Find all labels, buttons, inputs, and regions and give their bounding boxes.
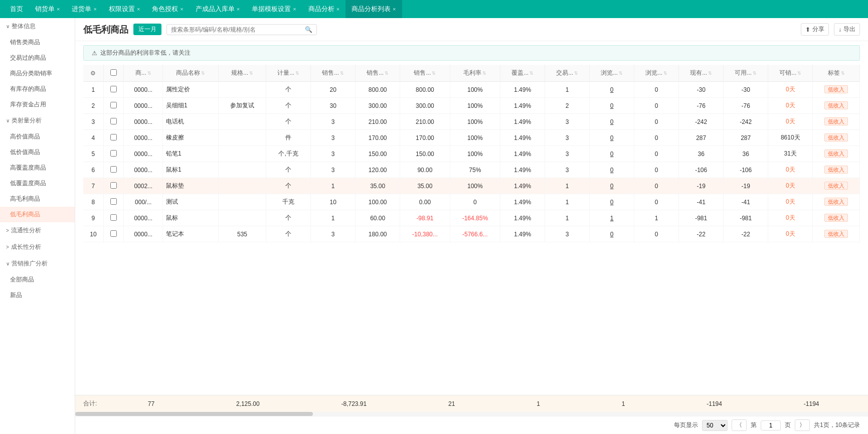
cell-browse1[interactable]: 0 (590, 194, 634, 210)
cell-checkbox[interactable] (103, 98, 124, 114)
th-checkbox[interactable] (103, 65, 124, 82)
sidebar-item-inventory-capital[interactable]: 库存资金占用 (0, 97, 75, 112)
sidebar-item-high-margin[interactable]: 高毛利商品 (0, 191, 75, 207)
time-filter-button[interactable]: 近一月 (133, 24, 161, 35)
th-sales-price[interactable]: 销售...⇅ (356, 65, 400, 82)
nav-close-product-analysis[interactable]: × (336, 6, 339, 12)
cell-browse1[interactable]: 0 (590, 178, 634, 194)
th-trade[interactable]: 交易...⇅ (545, 65, 590, 82)
cell-tag: 低收入 (813, 210, 860, 226)
th-coverage[interactable]: 覆盖...⇅ (500, 65, 545, 82)
th-name[interactable]: 商品名称⇅ (163, 65, 219, 82)
sidebar-item-low-margin[interactable]: 低毛利商品 (0, 207, 75, 222)
nav-close-template[interactable]: × (293, 6, 296, 12)
nav-close-role-auth[interactable]: × (180, 6, 183, 12)
th-code[interactable]: 商...⇅ (124, 65, 163, 82)
th-tag[interactable]: 标签⇅ (813, 65, 860, 82)
row-checkbox[interactable] (110, 166, 117, 173)
cell-browse1[interactable]: 0 (590, 146, 634, 162)
cell-browse1[interactable]: 0 (590, 82, 634, 98)
row-checkbox[interactable] (110, 230, 117, 237)
cell-browse1[interactable]: 0 (590, 162, 634, 178)
nav-close-product-analysis-list[interactable]: × (393, 6, 396, 12)
prev-page-button[interactable]: 〈 (732, 419, 747, 431)
cell-sales-price: 120.00 (356, 162, 400, 178)
row-checkbox[interactable] (110, 134, 117, 140)
cell-checkbox[interactable] (103, 194, 124, 210)
cell-checkbox[interactable] (103, 82, 124, 98)
nav-product-entry[interactable]: 产成品入库单 × (190, 0, 246, 18)
row-checkbox[interactable] (110, 214, 117, 221)
next-page-button[interactable]: 〉 (795, 419, 810, 431)
cell-browse1[interactable]: 0 (590, 130, 634, 146)
sidebar-item-new-products[interactable]: 新品 (0, 287, 75, 303)
per-page-select[interactable]: 50 100 200 (702, 420, 728, 431)
sidebar-item-high-coverage[interactable]: 高覆盖度商品 (0, 160, 75, 176)
nav-product-analysis[interactable]: 商品分析 × (302, 0, 345, 18)
th-sales-qty[interactable]: 销售...⇅ (311, 65, 356, 82)
th-available[interactable]: 可用...⇅ (724, 65, 768, 82)
cell-checkbox[interactable] (103, 130, 124, 146)
th-unit[interactable]: 计量...⇅ (266, 65, 311, 82)
cell-browse1[interactable]: 1 (590, 210, 634, 226)
sidebar-section-growth[interactable]: > 成长性分析 (0, 239, 75, 255)
sidebar-item-category-rate[interactable]: 商品分类助销率 (0, 66, 75, 81)
nav-template-settings[interactable]: 单据模板设置 × (246, 0, 302, 18)
cell-checkbox[interactable] (103, 162, 124, 178)
nav-close-purchase-order[interactable]: × (93, 6, 96, 12)
th-sales-profit[interactable]: 销售...⇅ (400, 65, 450, 82)
horizontal-scrollbar[interactable] (75, 412, 868, 416)
row-checkbox[interactable] (110, 102, 117, 108)
sidebar-item-sales-products[interactable]: 销售类商品 (0, 35, 75, 50)
notice-bar: ⚠ 这部分商品的利润非常低，请关注 (83, 45, 860, 61)
nav-sales-order[interactable]: 销货单 × (29, 0, 66, 18)
cell-checkbox[interactable] (103, 210, 124, 226)
cell-checkbox[interactable] (103, 226, 124, 242)
th-gross-rate[interactable]: 毛利率⇅ (450, 65, 500, 82)
row-checkbox[interactable] (110, 182, 117, 189)
sidebar-section-liquidity[interactable]: > 流通性分析 (0, 222, 75, 239)
sidebar-item-low-value[interactable]: 低价值商品 (0, 144, 75, 160)
nav-permission-settings[interactable]: 权限设置 × (103, 0, 146, 18)
sidebar-item-low-coverage[interactable]: 低覆盖度商品 (0, 176, 75, 191)
nav-close-product-entry[interactable]: × (237, 6, 240, 12)
sidebar-item-stocked-products[interactable]: 有库存的商品 (0, 81, 75, 97)
nav-close-permission[interactable]: × (137, 6, 140, 12)
share-button[interactable]: ⬆ 分享 (801, 23, 829, 36)
cell-checkbox[interactable] (103, 146, 124, 162)
th-browse2[interactable]: 浏览...⇅ (634, 65, 679, 82)
cell-trade: 3 (545, 226, 590, 242)
sidebar-item-traded-products[interactable]: 交易过的商品 (0, 50, 75, 66)
nav-home[interactable]: 首页 (4, 0, 29, 18)
main-content: 低毛利商品 近一月 🔍 ⬆ 分享 ↓ 导出 ⚠ 这部分商品的利润非常低，请关注 (75, 18, 868, 434)
cell-browse1[interactable]: 0 (590, 226, 634, 242)
cell-sales-qty: 3 (311, 114, 356, 130)
nav-role-auth[interactable]: 角色授权 × (146, 0, 189, 18)
row-checkbox[interactable] (110, 198, 117, 205)
nav-purchase-order[interactable]: 进货单 × (66, 0, 102, 18)
cell-checkbox[interactable] (103, 114, 124, 130)
export-button[interactable]: ↓ 导出 (834, 23, 860, 36)
th-current[interactable]: 现有...⇅ (679, 65, 724, 82)
sidebar-section-marketing[interactable]: ∨ 营销推广分析 (0, 255, 75, 272)
search-input[interactable] (171, 26, 303, 33)
sidebar-section-category-analysis[interactable]: ∨ 类射量分析 (0, 112, 75, 129)
row-checkbox[interactable] (110, 150, 117, 157)
th-settings[interactable]: ⚙ (83, 65, 103, 82)
nav-product-analysis-list[interactable]: 商品分析列表 × (345, 0, 402, 18)
sidebar-item-high-value[interactable]: 高价值商品 (0, 129, 75, 144)
scrollbar-thumb[interactable] (75, 412, 313, 416)
th-saleable[interactable]: 可销...⇅ (768, 65, 813, 82)
th-spec[interactable]: 规格...⇅ (218, 65, 266, 82)
nav-close-sales-order[interactable]: × (57, 6, 60, 12)
cell-browse1[interactable]: 0 (590, 114, 634, 130)
page-number-input[interactable] (761, 420, 781, 430)
th-browse1[interactable]: 浏览...⇅ (590, 65, 634, 82)
select-all-checkbox[interactable] (110, 69, 117, 76)
sidebar-item-all-products[interactable]: 全部商品 (0, 272, 75, 287)
cell-checkbox[interactable] (103, 178, 124, 194)
row-checkbox[interactable] (110, 118, 117, 124)
cell-browse1[interactable]: 0 (590, 98, 634, 114)
sidebar-section-overall-info[interactable]: ∨ 整体信息 (0, 18, 75, 35)
row-checkbox[interactable] (110, 86, 117, 92)
